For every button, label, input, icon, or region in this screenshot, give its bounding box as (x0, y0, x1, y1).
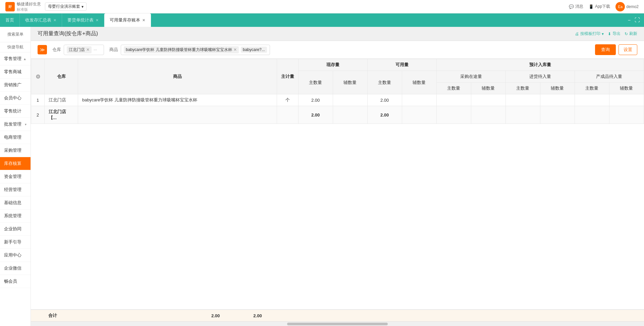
col-header-setting[interactable]: ⚙ (31, 59, 45, 94)
sidebar-item-finance-mgmt[interactable]: 资金管理 (0, 170, 31, 183)
column-settings-icon[interactable]: ⚙ (36, 74, 40, 80)
row1-product-pending-main (575, 94, 609, 106)
industry-label: 母婴行业演示账套 (48, 4, 80, 9)
scroll-bar-area (31, 321, 644, 326)
row1-index: 1 (31, 94, 45, 106)
row2-purchase-transit-main (436, 106, 471, 124)
chevron-down-icon: ▾ (602, 32, 604, 36)
row1-current-aux (333, 94, 367, 106)
row2-unit (277, 106, 298, 124)
message-btn[interactable]: 💬 消息 (569, 4, 583, 9)
table-footer: 合计 2.00 2.00 (31, 309, 644, 321)
sidebar: 搜索菜单 快捷导航 零售管理 ▲ 零售商城 营销推广 会员中心 零售统计 批发管… (0, 27, 31, 326)
col-header-current-stock: 现存量 (298, 59, 367, 71)
col-header-current-main: 主数量 (298, 71, 333, 94)
sidebar-quick-nav[interactable]: 快捷导航 (0, 42, 31, 52)
sidebar-item-app-center[interactable]: 应用中心 (0, 249, 31, 262)
sidebar-item-enterprise-wechat[interactable]: 企业微信 (0, 262, 31, 275)
table-container[interactable]: ⚙ 仓库 商品 主计量 现存量 可用量 预计入库量 主数量 辅数量 主数量 辅数… (31, 59, 644, 309)
industry-selector[interactable]: 母婴行业演示账套 ▾ (45, 2, 87, 11)
sidebar-item-member-center[interactable]: 会员中心 (0, 92, 31, 105)
warehouse-input[interactable]: 江北门店 ✕ ··· (64, 45, 104, 55)
col-header-current-aux: 辅数量 (333, 71, 367, 94)
product-tag-1: babycare学饮杯 儿童防摔防撞吸管杯重力球吸嘴杯宝宝水杯 ✕ (124, 46, 239, 53)
tab-home-label: 首页 (5, 17, 14, 23)
filter-bar: ≫ 仓库 江北门店 ✕ ··· 商品 babycare学饮杯 儿童防摔防撞吸管杯… (31, 41, 644, 59)
sidebar-item-retail-mgmt[interactable]: 零售管理 ▲ (0, 52, 31, 65)
product-tag-2: babycare?... (241, 47, 267, 53)
horizontal-scrollbar[interactable] (287, 323, 388, 325)
row2-product (78, 106, 277, 124)
tab-available-ledger[interactable]: 可用量库存账本 ✕ (104, 13, 151, 27)
row2-incoming-pending-main (505, 106, 540, 124)
print-icon: 🖨 (575, 32, 579, 36)
filter-toggle-btn[interactable]: ≫ (38, 45, 47, 54)
row2-index: 2 (31, 106, 45, 124)
tab-order-stats-close[interactable]: ✕ (96, 18, 99, 22)
sidebar-search-btn[interactable]: 搜索菜单 (3, 30, 28, 39)
main-layout: 搜索菜单 快捷导航 零售管理 ▲ 零售商城 营销推广 会员中心 零售统计 批发管… (0, 27, 644, 326)
sidebar-item-basic-info[interactable]: 基础信息 (0, 196, 31, 209)
maximize-icon[interactable]: ⛶ (635, 17, 640, 23)
row1-incoming-pending-main (505, 94, 540, 106)
row1-unit: 个 (277, 94, 298, 106)
sidebar-search-area: 搜索菜单 (0, 27, 31, 42)
product-input[interactable]: babycare学饮杯 儿童防摔防撞吸管杯重力球吸嘴杯宝宝水杯 ✕ babyca… (121, 45, 270, 55)
tab-available-ledger-close[interactable]: ✕ (142, 18, 145, 22)
row2-warehouse: 江北门店【... (45, 106, 78, 124)
col-header-expected-in: 预计入库量 (436, 59, 644, 71)
warehouse-more-icon[interactable]: ··· (94, 47, 97, 52)
row1-product: babycare学饮杯 儿童防摔防撞吸管杯重力球吸嘴杯宝宝水杯 (78, 94, 277, 106)
tab-receive-summary-label: 收发存汇总表 (25, 17, 51, 23)
sidebar-item-enterprise-collab[interactable]: 企业协同 (0, 223, 31, 236)
sidebar-item-ecommerce-mgmt[interactable]: 电商管理 (0, 131, 31, 144)
chevron-icon: ▲ (23, 57, 26, 61)
sidebar-item-inventory-check[interactable]: 库存核算 (0, 157, 31, 170)
sidebar-item-new-guide[interactable]: 新手引导 (0, 236, 31, 249)
export-btn[interactable]: ⬇ 导出 (608, 31, 621, 37)
row1-warehouse: 江北门店 (45, 94, 78, 106)
content-area: 可用量查询(按仓库+商品) 🖨 按模板打印 ▾ ⬇ 导出 ↻ 刷新 ≫ (31, 27, 644, 326)
col-header-incoming-pending: 进货待入量 (505, 71, 575, 83)
app-download-btn[interactable]: 📱 App下载 (589, 4, 610, 9)
row1-purchase-transit-aux (471, 94, 505, 106)
tab-home[interactable]: 首页 (0, 13, 20, 27)
col-header-incoming-pending-aux: 辅数量 (540, 83, 575, 94)
chevron-icon: ▾ (25, 123, 26, 126)
top-bar-left: 好 畅捷通好生意 标准版 母婴行业演示账套 ▾ (5, 1, 87, 12)
sidebar-item-system-mgmt[interactable]: 系统管理 (0, 209, 31, 223)
col-header-avail-main: 主数量 (367, 71, 402, 94)
row1-product-pending-aux (609, 94, 644, 106)
sidebar-item-purchase-mgmt[interactable]: 采购管理 (0, 144, 31, 157)
col-header-avail-aux: 辅数量 (402, 71, 436, 94)
brand: 好 畅捷通好生意 标准版 (5, 1, 41, 12)
refresh-btn[interactable]: ↻ 刷新 (625, 31, 637, 37)
settings-btn[interactable]: 设置 (619, 44, 637, 55)
row1-current-main: 2.00 (298, 94, 333, 106)
product-tag-1-remove[interactable]: ✕ (233, 47, 237, 52)
print-btn[interactable]: 🖨 按模板打印 ▾ (575, 31, 604, 37)
sidebar-item-marketing[interactable]: 营销推广 (0, 79, 31, 92)
query-btn[interactable]: 查询 (595, 44, 616, 55)
warehouse-filter: 仓库 江北门店 ✕ ··· (52, 45, 104, 55)
minimize-icon[interactable]: － (627, 17, 632, 24)
warehouse-tag-remove[interactable]: ✕ (86, 47, 90, 52)
sidebar-item-ops-mgmt[interactable]: 经营管理 (0, 183, 31, 196)
user-area[interactable]: Ea demo2 (615, 2, 639, 11)
sidebar-item-wholesale-mgmt[interactable]: 批发管理 ▾ (0, 118, 31, 131)
top-bar: 好 畅捷通好生意 标准版 母婴行业演示账套 ▾ 💬 消息 📱 App下载 Ea … (0, 0, 644, 13)
sidebar-item-retail-stats[interactable]: 零售统计 (0, 105, 31, 118)
phone-icon: 📱 (589, 4, 594, 9)
tab-order-stats-label: 要货单统计表 (67, 17, 94, 23)
tab-order-stats[interactable]: 要货单统计表 ✕ (62, 13, 104, 27)
col-header-unit: 主计量 (277, 59, 298, 94)
sidebar-item-retail-mall[interactable]: 零售商城 (0, 65, 31, 79)
footer-current-main: 2.00 (211, 313, 220, 318)
row2-incoming-pending-aux (540, 106, 575, 124)
username-label: demo2 (626, 4, 639, 9)
tab-receive-summary[interactable]: 收发存汇总表 ✕ (20, 13, 62, 27)
row1-avail-aux (402, 94, 436, 106)
col-header-product-pending-main: 主数量 (575, 83, 609, 94)
sidebar-item-vip-member[interactable]: 畅会员 (0, 275, 31, 288)
tab-receive-summary-close[interactable]: ✕ (53, 18, 56, 22)
